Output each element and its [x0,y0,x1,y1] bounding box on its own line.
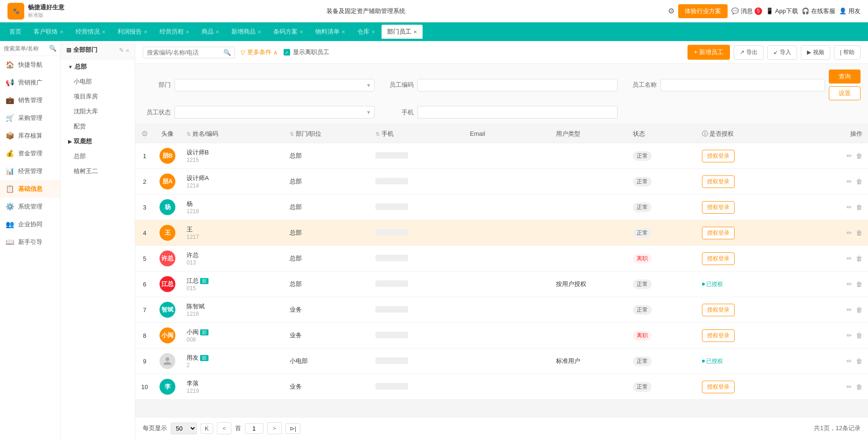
edit-icon[interactable]: ✏ [847,178,852,185]
filter-empstatus-input[interactable]: ▾ [174,106,375,118]
filter-empname-input[interactable] [660,79,825,91]
sidebar-search[interactable]: 🔍 [0,41,60,56]
sidebar-item-marketing[interactable]: 📢 营销推广 [0,74,60,91]
auth-login-button[interactable]: 授权登录 [702,304,735,316]
auth-login-button[interactable]: 授权登录 [702,150,735,162]
edit-icon[interactable]: ✏ [847,306,852,314]
tree-item-electronics[interactable]: 小电部 [61,74,135,89]
edit-icon[interactable]: ✏ [847,280,852,288]
delete-icon[interactable]: 🗑 [856,255,862,262]
auth-login-button[interactable]: 授权登录 [702,227,735,239]
message-button[interactable]: 💬 消息 5 [731,7,762,15]
delete-icon[interactable]: 🗑 [856,152,862,160]
auth-login-button[interactable]: 授权登录 [702,381,735,393]
nav-tab-bom[interactable]: 物料清单 ✕ [310,25,351,39]
set-button[interactable]: 设置 [829,86,861,100]
delete-icon[interactable]: 🗑 [856,383,862,390]
nav-tab-history[interactable]: 经营历程 ✕ [154,25,195,39]
edit-dept-icon[interactable]: ✎ [119,47,124,54]
delete-icon[interactable]: 🗑 [856,306,862,314]
sidebar-item-sales[interactable]: 💼 销售管理 [0,91,60,109]
more-filters-button[interactable]: ▽ 更多条件 ∧ [241,48,278,56]
sidebar-item-purchase[interactable]: 🛒 采购管理 [0,109,60,127]
last-page-button[interactable]: ⊳| [285,423,300,434]
filter-phone-input[interactable] [417,106,618,118]
page-number-input[interactable] [245,423,264,434]
per-page-select[interactable]: 50 20 100 [171,423,197,434]
online-service-button[interactable]: 🎧 在线客服 [802,7,835,15]
tree-item-shenyang[interactable]: 沈阳大库 [61,104,135,119]
settings-icon[interactable]: ⚙ [141,129,148,138]
show-resigned-toggle[interactable]: ✓ 显示离职员工 [284,48,329,56]
sidebar-item-system[interactable]: ⚙️ 系统管理 [0,198,60,216]
sidebar-item-operations[interactable]: 📊 经营管理 [0,162,60,180]
sidebar-item-quick-nav[interactable]: 🏠 快捷导航 [0,56,60,74]
delete-icon[interactable]: 🗑 [856,229,862,237]
collapse-icon[interactable]: « [126,47,129,54]
nav-tab-customer[interactable]: 客户联络 ✕ [28,25,69,39]
empname-field[interactable] [665,82,821,89]
delete-icon[interactable]: 🗑 [856,280,862,288]
delete-icon[interactable]: 🗑 [856,357,862,365]
user-menu[interactable]: 👤 用友 [839,7,861,15]
sidebar-search-input[interactable] [4,45,47,52]
settings-button[interactable]: ⚙ [668,7,674,15]
app-download-button[interactable]: 📱 App下载 [766,7,798,15]
filter-empcode-input[interactable] [417,79,618,91]
phone-field[interactable] [422,109,613,116]
sidebar-item-inventory[interactable]: 📦 库存核算 [0,127,60,145]
nav-tab-goods[interactable]: 商品 ✕ [196,25,225,39]
nav-tab-warehouse[interactable]: 仓库 ✕ [352,25,381,39]
search-button[interactable]: 查询 [829,70,861,84]
edit-icon[interactable]: ✏ [847,229,852,237]
nav-tab-operations[interactable]: 经营情况 ✕ [70,25,111,39]
view-button[interactable]: ▶ 视频 [801,45,830,60]
tree-item-project-warehouse[interactable]: 项目库房 [61,89,135,104]
auth-login-button[interactable]: 授权登录 [702,329,735,342]
delete-icon[interactable]: 🗑 [856,332,862,339]
nav-tab-add-goods[interactable]: 新增商品 ✕ [226,25,267,39]
filter-dept-input[interactable]: ▾ [174,79,375,91]
trial-button[interactable]: 体验行业方案 [678,4,728,18]
nav-tab-employees[interactable]: 部门员工 ✕ [382,25,423,39]
empcode-field[interactable] [422,82,613,89]
sort-icon-name[interactable]: ⇅ [187,131,191,137]
tree-item-hq[interactable]: 总部 [61,149,135,164]
auth-login-button[interactable]: 授权登录 [702,175,735,188]
nav-tab-profit[interactable]: 利润报告 ✕ [112,25,153,39]
edit-icon[interactable]: ✏ [847,383,852,390]
tree-item-dispatch[interactable]: 配货 [61,119,135,134]
edit-icon[interactable]: ✏ [847,203,852,211]
sidebar-item-finance[interactable]: 💰 资金管理 [0,145,60,162]
first-page-button[interactable]: K [201,423,213,434]
tree-item-general[interactable]: ▼ 总部 [61,59,135,74]
cell-status: 正常 [627,272,696,297]
edit-icon[interactable]: ✏ [847,152,852,160]
delete-icon[interactable]: 🗑 [856,178,862,185]
sort-icon-dept[interactable]: ⇅ [290,131,294,137]
tree-item-shuanglu[interactable]: ▶ 双鹿想 [61,134,135,149]
import-button[interactable]: ↙ 导入 [767,45,797,60]
sort-icon-phone[interactable]: ⇅ [375,131,380,137]
nav-tab-barcode[interactable]: 条码方案 ✕ [268,25,309,39]
action-icons: ✏ 🗑 [805,178,862,185]
delete-icon[interactable]: 🗑 [856,203,862,211]
auth-login-button[interactable]: 授权登录 [702,201,735,214]
edit-icon[interactable]: ✏ [847,255,852,262]
help-button[interactable]: | 帮助 [834,45,861,60]
cell-status: 正常 [627,143,696,169]
sidebar-item-guide[interactable]: 📖 新手引导 [0,233,60,251]
prev-page-button[interactable]: ＜ [217,422,231,434]
sidebar-item-collab[interactable]: 👥 企业协同 [0,216,60,233]
search-input[interactable] [147,49,222,56]
cell-auth: 已授权 [696,348,799,374]
sidebar-item-base-info[interactable]: 📋 基础信息 [0,180,60,198]
next-page-button[interactable]: ＞ [267,422,282,434]
export-button[interactable]: ↗ 导出 [734,45,764,60]
nav-tab-home[interactable]: 首页 [4,25,27,39]
add-employee-button[interactable]: + 新增员工 [687,45,730,60]
edit-icon[interactable]: ✏ [847,332,852,339]
tree-item-zhishu[interactable]: 植树王二 [61,164,135,179]
edit-icon[interactable]: ✏ [847,357,852,365]
auth-login-button[interactable]: 授权登录 [702,252,735,265]
